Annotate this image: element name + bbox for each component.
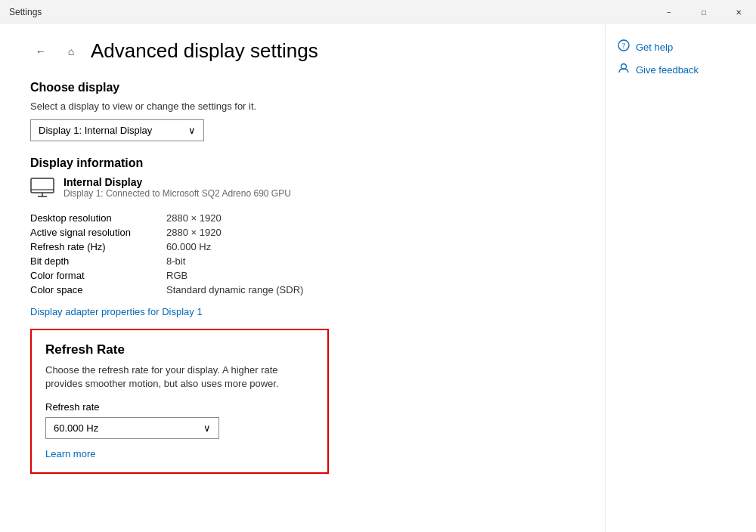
back-button[interactable]: ← [30, 41, 51, 62]
info-label: Color space [30, 283, 166, 297]
content-area: ← ⌂ Advanced display settings Choose dis… [0, 24, 756, 532]
home-button[interactable]: ⌂ [60, 41, 82, 62]
learn-more-link[interactable]: Learn more [45, 448, 95, 459]
titlebar-left: Settings [9, 7, 42, 17]
get-help-label: Get help [636, 42, 673, 53]
give-feedback-label: Give feedback [636, 64, 699, 76]
info-table-row: Refresh rate (Hz)60.000 Hz [30, 240, 303, 254]
refresh-rate-desc: Choose the refresh rate for your display… [45, 363, 314, 391]
app-title: Settings [9, 7, 42, 17]
page-title: Advanced display settings [91, 39, 318, 63]
info-table-row: Active signal resolution2880 × 1920 [30, 225, 303, 240]
display-dropdown-value: Display 1: Internal Display [39, 125, 152, 136]
choose-display-heading: Choose display [30, 81, 575, 94]
info-value: 2880 × 1920 [166, 225, 303, 240]
feedback-icon [618, 62, 630, 77]
page-header: ← ⌂ Advanced display settings [30, 39, 575, 63]
info-label: Active signal resolution [30, 225, 166, 240]
display-name-block: Internal Display Display 1: Connected to… [64, 176, 291, 199]
refresh-rate-dropdown-value: 60.000 Hz [54, 422, 98, 434]
choose-display-section: Choose display Select a display to view … [30, 81, 575, 141]
choose-display-desc: Select a display to view or change the s… [30, 101, 575, 112]
main-panel: ← ⌂ Advanced display settings Choose dis… [0, 24, 605, 532]
info-value: 2880 × 1920 [166, 211, 303, 225]
info-value: 60.000 Hz [166, 240, 303, 254]
display-info-section: Display information Internal Display Dis… [30, 156, 575, 318]
info-label: Refresh rate (Hz) [30, 240, 166, 254]
get-help-link[interactable]: ? Get help [618, 39, 744, 54]
chevron-down-icon: ∨ [203, 422, 211, 434]
display-dropdown[interactable]: Display 1: Internal Display ∨ [30, 119, 204, 141]
titlebar: Settings − □ ✕ [0, 0, 756, 24]
info-table-row: Bit depth8-bit [30, 254, 303, 268]
chevron-down-icon: ∨ [188, 125, 196, 136]
home-icon: ⌂ [68, 45, 74, 57]
info-value: Standard dynamic range (SDR) [166, 283, 303, 297]
info-table-row: Color spaceStandard dynamic range (SDR) [30, 283, 303, 297]
svg-rect-0 [31, 178, 54, 193]
minimize-button[interactable]: − [652, 0, 686, 24]
display-info-heading: Display information [30, 156, 575, 170]
display-name: Internal Display [64, 176, 291, 188]
info-table-row: Desktop resolution2880 × 1920 [30, 211, 303, 225]
info-label: Bit depth [30, 254, 166, 268]
info-value: 8-bit [166, 254, 303, 268]
refresh-rate-label: Refresh rate [45, 401, 314, 413]
monitor-icon [30, 178, 54, 202]
display-sub: Display 1: Connected to Microsoft SQ2 Ad… [64, 188, 291, 199]
refresh-rate-dropdown[interactable]: 60.000 Hz ∨ [45, 417, 219, 439]
get-help-icon: ? [618, 39, 630, 54]
back-icon: ← [36, 45, 46, 57]
titlebar-controls: − □ ✕ [652, 0, 756, 24]
info-label: Desktop resolution [30, 211, 166, 225]
maximize-button[interactable]: □ [686, 0, 721, 24]
refresh-rate-box: Refresh Rate Choose the refresh rate for… [30, 329, 329, 474]
refresh-rate-heading: Refresh Rate [45, 342, 314, 357]
info-label: Color format [30, 268, 166, 283]
display-info-table: Desktop resolution2880 × 1920Active sign… [30, 211, 303, 297]
info-table-row: Color formatRGB [30, 268, 303, 283]
svg-text:?: ? [622, 42, 626, 50]
close-button[interactable]: ✕ [721, 0, 756, 24]
right-panel: ? Get help Give feedback [605, 24, 756, 532]
info-value: RGB [166, 268, 303, 283]
display-icon-row: Internal Display Display 1: Connected to… [30, 176, 575, 202]
give-feedback-link[interactable]: Give feedback [618, 62, 744, 77]
adapter-link[interactable]: Display adapter properties for Display 1 [30, 306, 203, 317]
